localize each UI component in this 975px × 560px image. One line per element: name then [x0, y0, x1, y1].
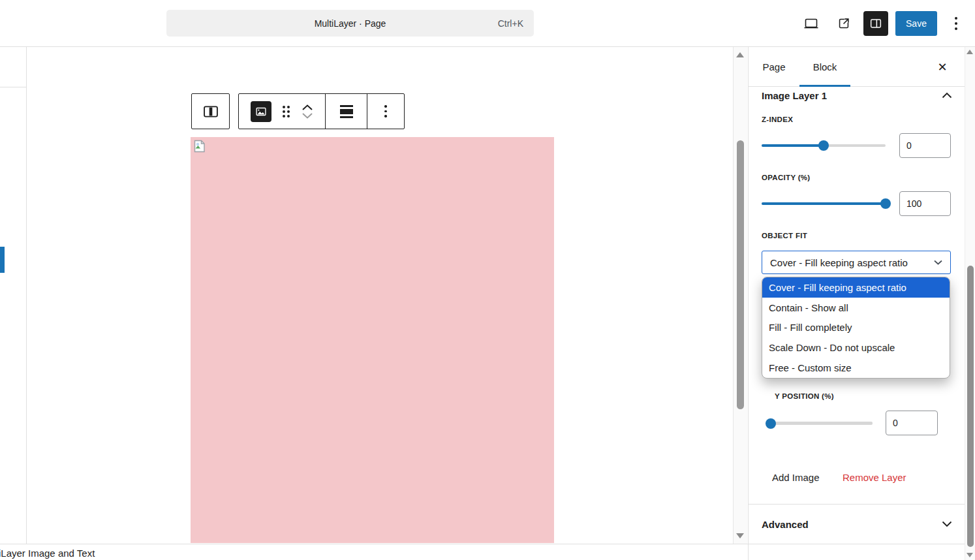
breadcrumb-bar: iLayer Image and Text: [0, 544, 748, 560]
y-position-label: Y POSITION (%): [775, 392, 834, 400]
sidebar-divider: [749, 544, 965, 544]
slider-thumb[interactable]: [766, 418, 776, 429]
z-index-label: Z-INDEX: [762, 116, 793, 123]
canvas-scrollbar-thumb[interactable]: [737, 140, 744, 409]
move-up-button[interactable]: [302, 104, 313, 111]
sidebar-divider: [749, 504, 965, 505]
select-parent-block-button[interactable]: [191, 93, 230, 129]
advanced-label: Advanced: [762, 519, 809, 530]
laptop-icon: [803, 16, 819, 31]
media-text-block-icon: [202, 102, 220, 121]
command-shortcut: Ctrl+K: [498, 18, 523, 29]
tab-block[interactable]: Block: [799, 47, 850, 87]
object-fit-selected-value: Cover - Fill keeping aspect ratio: [770, 257, 908, 268]
document-title: MultiLayer · Page: [315, 18, 386, 29]
image-block-type-button[interactable]: [251, 94, 271, 129]
option-scale-down[interactable]: Scale Down - Do not upscale: [762, 337, 950, 358]
scroll-down-arrow[interactable]: [967, 553, 973, 557]
option-fill[interactable]: Fill - Fill completely: [762, 318, 950, 338]
chevron-down-icon: [302, 112, 313, 119]
y-position-input[interactable]: [886, 411, 938, 435]
opacity-label: OPACITY (%): [762, 174, 810, 181]
advanced-panel-header[interactable]: Advanced: [762, 512, 952, 536]
panel-title: Image Layer 1: [762, 90, 827, 101]
close-icon: ✕: [937, 60, 947, 74]
chevron-up-icon: [942, 92, 952, 99]
remove-layer-button[interactable]: Remove Layer: [843, 472, 906, 483]
kebab-menu-icon: [384, 105, 387, 117]
z-index-slider[interactable]: [762, 140, 886, 151]
move-down-button[interactable]: [302, 112, 313, 119]
align-button[interactable]: [326, 94, 367, 129]
object-fit-select[interactable]: Cover - Fill keeping aspect ratio: [762, 251, 951, 274]
chevron-down-icon: [942, 521, 952, 527]
chevron-down-icon: [934, 260, 942, 265]
canvas-scrollbar: [733, 47, 747, 544]
view-page-button[interactable]: [831, 11, 856, 36]
options-menu-button[interactable]: [944, 11, 968, 36]
canvas-left-border: [26, 47, 27, 544]
external-link-icon: [837, 16, 851, 31]
left-edge-accent-bar: [0, 247, 5, 273]
slider-thumb[interactable]: [880, 198, 891, 209]
sidebar-tabs: Page Block ✕: [749, 47, 965, 87]
editor-top-bar: MultiLayer · Page Ctrl+K Save: [0, 0, 975, 47]
object-fit-dropdown: Cover - Fill keeping aspect ratio Contai…: [762, 277, 950, 379]
block-options-button[interactable]: [367, 94, 404, 129]
kebab-menu-icon: [955, 17, 957, 30]
save-button[interactable]: Save: [895, 11, 937, 36]
scroll-up-arrow[interactable]: [736, 52, 744, 57]
z-index-input[interactable]: [899, 133, 951, 158]
drag-handle-icon: [283, 106, 290, 117]
option-contain[interactable]: Contain - Show all: [762, 298, 950, 318]
opacity-input[interactable]: [899, 191, 951, 216]
preview-button[interactable]: [799, 11, 824, 36]
object-fit-label: OBJECT FIT: [762, 232, 807, 240]
option-cover[interactable]: Cover - Fill keeping aspect ratio: [762, 277, 950, 298]
sidebar-scrollbar: [965, 47, 975, 560]
multilayer-image-block[interactable]: [191, 137, 554, 543]
left-strip-divider: [0, 87, 26, 87]
option-free[interactable]: Free - Custom size: [762, 358, 950, 378]
command-palette-button[interactable]: MultiLayer · Page Ctrl+K: [166, 10, 534, 37]
sidebar-panel-icon: [869, 16, 883, 31]
opacity-slider[interactable]: [762, 198, 886, 209]
slider-thumb[interactable]: [818, 140, 829, 151]
image-layer-panel-header[interactable]: Image Layer 1: [762, 87, 952, 104]
y-position-slider[interactable]: [771, 418, 873, 428]
breadcrumb[interactable]: iLayer Image and Text: [0, 548, 95, 559]
close-sidebar-button[interactable]: ✕: [934, 59, 951, 76]
image-block-icon: [251, 101, 271, 122]
settings-sidebar-toggle[interactable]: [863, 11, 888, 36]
alignment-icon: [340, 105, 353, 118]
tab-page[interactable]: Page: [749, 47, 799, 87]
settings-sidebar: Page Block ✕ Image Layer 1 Z-INDEX OPACI…: [748, 47, 965, 560]
scroll-up-arrow[interactable]: [967, 50, 973, 54]
block-toolbar: [238, 93, 405, 129]
chevron-up-icon: [302, 104, 313, 111]
broken-image-icon: [193, 140, 206, 153]
scroll-down-arrow[interactable]: [736, 533, 744, 538]
add-image-button[interactable]: Add Image: [772, 472, 820, 483]
drag-handle[interactable]: [283, 94, 290, 129]
sidebar-scrollbar-thumb[interactable]: [967, 266, 974, 547]
